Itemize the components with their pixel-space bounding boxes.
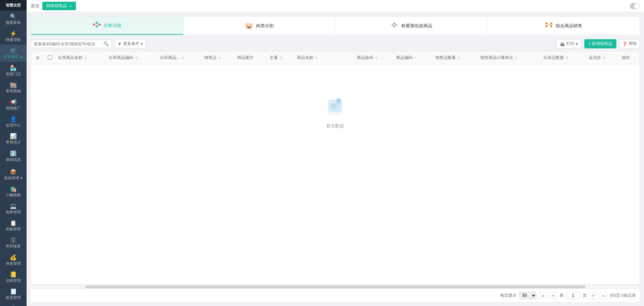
sidebar-item-quicknav[interactable]: ⚡ 快捷导航 [0,28,27,45]
tab-meat-cut[interactable]: 🐷 肉类分割 [183,17,336,35]
table-body: 暂无数据 [31,64,640,157]
sidebar-item-retailmall[interactable]: 🏬 零售商城 [0,79,27,96]
active-tab[interactable]: 特殊销售品 × [42,2,76,10]
th-out-code[interactable]: 出库商品编码 ⇅ [106,51,157,64]
sidebar-item-label: 发票管理 [6,295,21,300]
th-sale-unit[interactable]: 销售商品计量单位 ⇅ [478,51,541,64]
th-out-spec[interactable]: 出库商品... ⇅ [157,51,201,64]
tab-combo-label: 组合商品销售 [556,23,582,29]
empty-text: 暂无数据 [326,123,344,129]
tab-close-icon[interactable]: × [70,4,72,9]
th-member-price[interactable]: 会员价 ⇅ [586,51,619,64]
total-label: 共0页 0条记录 [610,293,636,299]
first-page-button[interactable]: « [539,292,546,299]
next-page-button[interactable]: > [589,292,597,299]
laptop-icon: 💻 [10,203,17,209]
clipboard-icon: 📋 [10,220,17,226]
sidebar-item-ledger[interactable]: 📒 总账管理 [0,269,27,286]
th-img[interactable]: 商品图片 [235,51,267,64]
help-button[interactable]: ❓ 帮助 [619,39,640,48]
page-input[interactable] [566,292,580,299]
sidebar-item-label: 采购管理 [6,227,21,231]
home-link[interactable]: 首页 [31,3,40,9]
page-content: 生鲜分级 🐷 肉类分割 称重预包装商品 组合商品销售 [27,12,644,306]
print-button[interactable]: 🖨️ 打印 ▾ [556,39,582,48]
sidebar-item-basicinfo1[interactable]: ℹ️ 基础信息 [0,148,27,165]
sidebar-item-retailstats[interactable]: 📊 零售统计 [0,130,27,147]
tab-fresh-grade[interactable]: 生鲜分级 [31,17,183,35]
sidebar-item-member[interactable]: 👤 会员中心 [0,113,27,130]
store-icon: 🏪 [10,65,17,71]
th-out-name[interactable]: 出库商品名称 ⇅ [55,51,106,64]
sidebar-item-inventory[interactable]: 🗄️ 库存核算 [0,234,27,251]
tab-weight-pack-label: 称重预包装商品 [401,23,432,29]
table-header-row: ⚙ 出库商品名称 ⇅ 出库商品编码 ⇅ 出库商品 [31,51,640,64]
bag-icon: 🛍️ [10,186,17,192]
svg-point-7 [396,24,398,26]
sidebar-item-ecommerce[interactable]: 💻 电商管理 [0,200,27,217]
svg-point-0 [93,24,95,26]
select-all-checkbox[interactable] [48,55,52,60]
sort-arrows-goods-code: ⇅ [414,56,417,60]
sort-arrows-out-qty: ⇅ [566,56,569,60]
sort-arrows-out-spec: ⇅ [182,56,184,60]
add-sales-button[interactable]: + 新增销售品 [584,39,616,48]
svg-point-4 [392,24,393,26]
svg-point-12 [548,24,550,26]
sidebar-item-marketing[interactable]: 📢 营销推广 [0,96,27,113]
search-icon[interactable]: 🔍 [103,41,109,46]
question-icon: ❓ [622,42,627,46]
empty-illustration [321,92,349,119]
th-sale-item[interactable]: 销售品 ⇅ [201,51,234,64]
sidebar-item-tax[interactable]: 🏛️ 税务管理 [0,303,27,306]
user-icon: 👤 [10,116,17,122]
page-label: 第 [559,293,564,299]
sort-arrows-goods-name: ⇅ [315,56,318,60]
search-input[interactable] [34,42,102,46]
sidebar-item-finance[interactable]: 💰 资金管理 [0,251,27,269]
prev-page-button[interactable]: < [549,292,557,299]
th-sale-qty[interactable]: 销售品数量 ⇅ [432,51,477,64]
sidebar-item-wholesale[interactable]: 📦 批发管理 ▾ [0,166,27,183]
sidebar-item-purchase[interactable]: 📋 采购管理 [0,217,27,234]
sort-arrows-sale-qty: ⇅ [458,56,460,60]
svg-point-6 [394,26,395,27]
info-icon: ℹ️ [10,150,17,157]
cart-icon: 🛒 [10,47,17,54]
bottom-scrollbar[interactable] [31,285,640,289]
svg-point-21 [339,100,340,101]
th-out-qty[interactable]: 出库品数量 ⇅ [541,51,586,64]
per-page-select[interactable]: 50 10 20 100 [519,292,537,299]
filter-button[interactable]: ▼ 更多条件 ▾ [115,39,146,48]
sidebar-item-smartstore[interactable]: 🏪 智慧门店 [0,62,27,79]
toggle-switch[interactable] [630,3,640,9]
th-barcode[interactable]: 商品条码 ⇅ [354,51,393,64]
sidebar-item-label: 小畅电商 [6,193,21,197]
svg-point-9 [545,25,548,27]
combo-icon [545,22,553,30]
sidebar-item-label: 零售商城 [6,89,21,93]
last-page-button[interactable]: » [600,292,607,299]
fresh-grade-icon [93,21,101,29]
th-gear[interactable]: ⚙ [31,51,45,64]
tab-weight-pack[interactable]: 称重预包装商品 [335,17,488,35]
th-main[interactable]: 主量 ⇅ [267,51,294,64]
help-label: 帮助 [629,41,637,47]
sidebar-logo: 智慧农贸 [0,0,27,11]
scrollbar-thumb[interactable] [85,286,585,288]
sidebar-item-retail[interactable]: 🛒 零售管理 ▲ [0,45,27,62]
th-goods-code[interactable]: 商品编码 ⇅ [393,51,432,64]
sidebar-item-search[interactable]: 🔍 搜索菜单 [0,11,27,28]
sidebar-item-label: 批发管理 ▾ [4,176,22,180]
sidebar-item-microshop[interactable]: 🛍️ 小畅电商 [0,183,27,200]
sidebar-item-invoice[interactable]: 🧾 发票管理 [0,286,27,303]
table-container: ⚙ 出库商品名称 ⇅ 出库商品编码 ⇅ 出库商品 [31,51,640,285]
sidebar-item-label: 基础信息 [6,157,21,162]
chart-icon: 📊 [10,133,17,139]
receipt-icon: 🧾 [10,288,17,295]
th-checkbox[interactable] [45,51,55,64]
th-goods-name[interactable]: 商品名称 ⇅ [294,51,354,64]
search-box[interactable]: 🔍 [31,40,112,48]
tab-combo[interactable]: 组合商品销售 [488,17,640,35]
tab-meat-cut-label: 肉类分割 [256,23,274,29]
